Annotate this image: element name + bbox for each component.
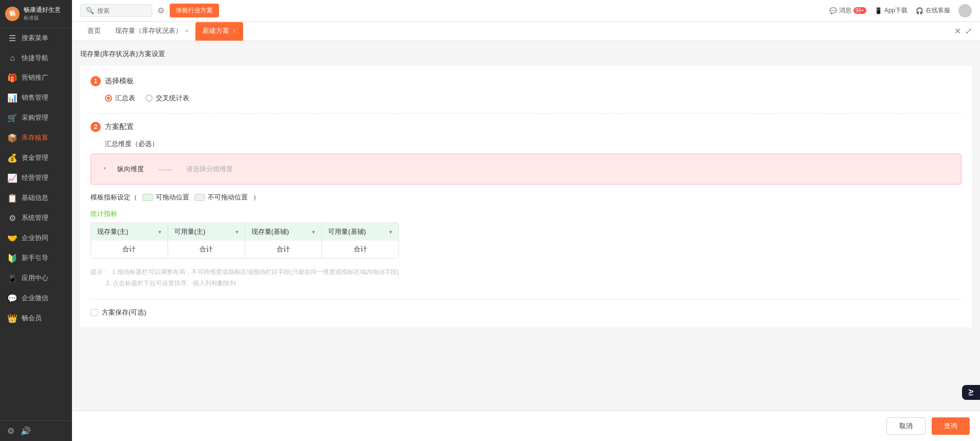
sidebar-item-marketing[interactable]: 🎁 营销推广 — [0, 68, 72, 88]
sidebar-nav: ☰ 搜索菜单 ⌂ 快捷导航 🎁 营销推广 📊 销售管理 🛒 采购管理 📦 库存核… — [0, 28, 72, 420]
dimension-label: 汇总维度（必选） — [105, 139, 961, 149]
col-3-label: 可用量(基辅) — [328, 227, 366, 236]
box-icon: 📦 — [7, 133, 17, 143]
stats-title: 统计指标 — [90, 209, 961, 218]
tab-inventory-label: 现存量（库存状况表） — [115, 26, 182, 35]
tab-inventory-close[interactable]: × — [185, 28, 188, 34]
sidebar-item-member[interactable]: 👑 畅会员 — [0, 308, 72, 328]
topbar: 🔍 ⚙ 体验行业方案 💬 消息 99+ 📱 App下载 🎧 在线客服 — [72, 0, 980, 22]
save-label: 方案保存(可选) — [102, 308, 147, 317]
sidebar-item-guide[interactable]: 🔰 新手引导 — [0, 248, 72, 268]
online-service-button[interactable]: 🎧 在线客服 — [916, 6, 950, 15]
sidebar-bottom: ⚙ 🔊 — [0, 420, 72, 441]
avatar[interactable] — [958, 4, 972, 17]
sidebar-item-basic-info[interactable]: 📋 基础信息 — [0, 188, 72, 208]
tip-text-0: 1.拖动标题栏可以调整布局，不可跨维度或指标区域拖动栏目字段(只能在同一维度或指… — [112, 267, 399, 278]
sidebar-item-purchase[interactable]: 🛒 采购管理 — [0, 108, 72, 128]
sidebar-item-label: 基础信息 — [22, 193, 48, 203]
tab-close-icon[interactable]: ✕ — [954, 26, 961, 36]
chevron-down-icon-0: ▾ — [158, 229, 161, 235]
tab-home[interactable]: 首页 — [80, 22, 108, 41]
message-label: 消息 — [839, 6, 851, 15]
table-row: 合计 — [245, 241, 322, 258]
trial-button[interactable]: 体验行业方案 — [170, 4, 219, 17]
table-row: 合计 — [168, 241, 245, 258]
cancel-button[interactable]: 取消 — [886, 417, 925, 435]
radio-summary[interactable]: 汇总表 — [105, 94, 135, 103]
sidebar-item-label: 搜索菜单 — [22, 33, 48, 43]
col-1-label: 可用量(主) — [174, 227, 206, 236]
money-icon: 💰 — [7, 153, 17, 163]
tab-new-scheme-label: 新建方案 — [203, 26, 229, 35]
step1-section: 1 选择模板 汇总表 交叉统计表 — [90, 76, 961, 103]
query-button[interactable]: 查询 — [932, 417, 970, 435]
save-checkbox[interactable] — [90, 309, 98, 316]
sound-icon[interactable]: 🔊 — [21, 426, 31, 436]
logo-badge: 标准版 — [24, 14, 61, 22]
app-download-button[interactable]: 📱 App下载 — [875, 6, 908, 15]
search-icon: 🔍 — [86, 7, 94, 14]
stats-col-2[interactable]: 现存量(基辅) ▾ — [245, 223, 322, 241]
sidebar-item-operations[interactable]: 📈 经营管理 — [0, 168, 72, 188]
tab-new-scheme-close[interactable]: × — [232, 28, 235, 34]
sidebar-item-label: 采购管理 — [22, 113, 48, 122]
step2-section: 2 方案配置 汇总维度（必选） * 纵向维度 —— 请选择分组维度 模板指标设定… — [90, 122, 961, 289]
settings-icon[interactable]: ⚙ — [157, 6, 165, 15]
topbar-search-container: 🔍 — [80, 4, 152, 17]
vertical-dimension-label: 纵向维度 — [117, 164, 144, 174]
sidebar-item-quick-nav[interactable]: ⌂ 快捷导航 — [0, 48, 72, 68]
sidebar-item-system[interactable]: ⚙ 系统管理 — [0, 208, 72, 228]
template-options: 汇总表 交叉统计表 — [105, 94, 961, 103]
sidebar-item-app-center[interactable]: 📱 应用中心 — [0, 268, 72, 288]
search-menu-icon: ☰ — [7, 33, 17, 43]
tab-bar: 首页 现存量（库存状况表） × 新建方案 × ✕ ⤢ — [72, 22, 980, 41]
sidebar-item-finance[interactable]: 💰 资金管理 — [0, 148, 72, 168]
dimension-dash: —— — [158, 166, 172, 173]
settings-icon[interactable]: ⚙ — [7, 426, 14, 436]
sidebar-item-label: 经营管理 — [22, 173, 48, 182]
message-button[interactable]: 💬 消息 99+ — [829, 6, 866, 15]
search-input[interactable] — [97, 7, 149, 14]
message-badge: 99+ — [854, 7, 866, 14]
stats-col-0[interactable]: 现存量(主) ▾ — [91, 223, 168, 241]
stats-table-body: 合计 合计 合计 合计 — [91, 241, 398, 258]
sidebar-item-label: 系统管理 — [22, 213, 48, 223]
tab-controls: ✕ ⤢ — [954, 26, 972, 36]
sidebar-item-label: 快捷导航 — [22, 53, 48, 63]
phone-icon: 📱 — [7, 273, 17, 283]
ai-button[interactable]: Ai — [962, 385, 980, 400]
stats-col-3[interactable]: 可用量(基辅) ▾ — [322, 223, 398, 241]
handshake-icon: 🤝 — [7, 233, 17, 243]
tab-inventory[interactable]: 现存量（库存状况表） × — [108, 22, 195, 41]
step1-header: 1 选择模板 — [90, 76, 961, 86]
indicator-setting-label: 模板指标设定（ — [90, 193, 137, 202]
table-row: 合计 — [322, 241, 398, 258]
message-icon: 💬 — [829, 7, 837, 14]
trending-icon: 📈 — [7, 173, 17, 183]
draggable-label: 可拖动位置 — [156, 193, 189, 202]
gift-icon: 🎁 — [7, 73, 17, 83]
sidebar-item-wechat[interactable]: 💬 企业微信 — [0, 288, 72, 308]
sidebar-item-inventory[interactable]: 📦 库存核算 — [0, 128, 72, 148]
sidebar-item-sales[interactable]: 📊 销售管理 — [0, 88, 72, 108]
sidebar-item-label: 营销推广 — [22, 73, 48, 82]
tab-expand-icon[interactable]: ⤢ — [965, 26, 972, 36]
radio-cross[interactable]: 交叉统计表 — [146, 94, 189, 103]
dimension-row: * 纵向维度 —— 请选择分组维度 — [90, 154, 961, 185]
tip-item-1: 2. 点击标题栏下拉可设置排序、插入列和删除列 — [90, 278, 961, 289]
sidebar-item-label: 企业微信 — [22, 293, 48, 303]
badge-icon: 🔰 — [7, 253, 17, 263]
tip-text-1: 2. 点击标题栏下拉可设置排序、插入列和删除列 — [106, 278, 236, 289]
gear-icon: ⚙ — [7, 213, 17, 223]
save-option: 方案保存(可选) — [90, 308, 961, 317]
tab-new-scheme[interactable]: 新建方案 × — [195, 22, 243, 41]
settings-card: 1 选择模板 汇总表 交叉统计表 2 — [80, 66, 972, 327]
stats-col-1[interactable]: 可用量(主) ▾ — [168, 223, 245, 241]
sidebar-item-enterprise[interactable]: 🤝 企业协同 — [0, 228, 72, 248]
sidebar-item-search-menu[interactable]: ☰ 搜索菜单 — [0, 28, 72, 48]
step2-header: 2 方案配置 — [90, 122, 961, 132]
stats-table: 现存量(主) ▾ 可用量(主) ▾ 现存量(基辅) ▾ — [90, 223, 399, 259]
sidebar: 畅 畅康通好生意 标准版 ☰ 搜索菜单 ⌂ 快捷导航 🎁 营销推广 📊 销售管理… — [0, 0, 72, 441]
headset-icon: 🎧 — [916, 7, 923, 14]
dimension-placeholder[interactable]: 请选择分组维度 — [186, 164, 233, 174]
